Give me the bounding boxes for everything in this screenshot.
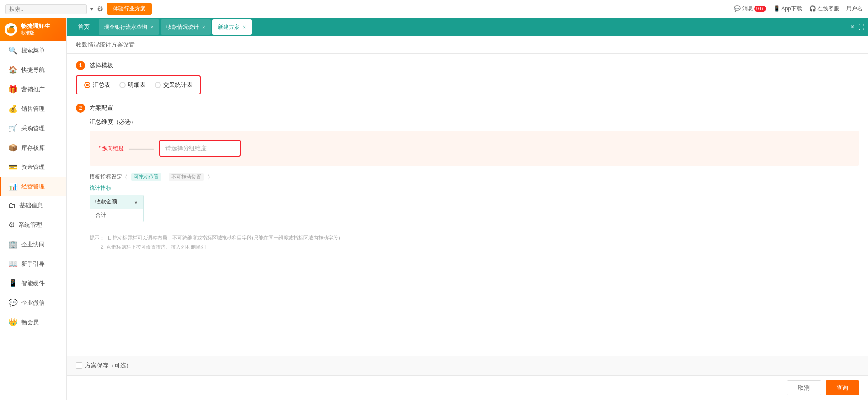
tip-area: 提示： 1. 拖动标题栏可以调整布局，不可跨维度或指标区域拖动栏目字段(只能在同… [90, 229, 859, 256]
radio-summary[interactable]: 汇总表 [84, 81, 110, 89]
dimension-wrapper: 汇总维度（必选） * 纵向维度 ——— 请选择分组维度 [90, 118, 859, 256]
logo-icon: 🍊 [5, 23, 17, 36]
footer-bar: 取消 查询 [67, 375, 868, 400]
sidebar-label-sales: 销售管理 [21, 105, 45, 113]
tip-text-1: 提示： 1. 拖动标题栏可以调整布局，不可跨维度或指标区域拖动栏目字段(只能在同… [90, 234, 859, 243]
sidebar-label-hardware: 智能硬件 [21, 279, 45, 287]
gear-icon[interactable]: ⚙ [97, 5, 103, 13]
radio-circle-detail [119, 82, 126, 88]
sidebar-label-marketing: 营销推广 [21, 85, 45, 94]
sidebar-label-nav: 快捷导航 [21, 66, 45, 74]
step2-title: 方案配置 [90, 104, 113, 112]
sidebar-item-management[interactable]: 📊 经营管理 [0, 177, 66, 196]
logo-text: 畅捷通好生 [21, 23, 50, 30]
sidebar-item-collab[interactable]: 🏢 企业协同 [0, 235, 66, 254]
sidebar-item-guide[interactable]: 📖 新手引导 [0, 254, 66, 273]
sidebar-label-purchase: 采购管理 [21, 124, 45, 132]
sidebar-logo: 🍊 畅捷通好生 标准版 [0, 18, 66, 41]
industry-btn[interactable]: 体验行业方案 [107, 3, 152, 15]
cancel-button[interactable]: 取消 [787, 380, 821, 395]
tab-cashflow[interactable]: 现金银行流水查询 × [99, 19, 159, 35]
tab-close-all[interactable]: × [850, 23, 854, 31]
step1-title: 选择模板 [90, 61, 113, 70]
dimension-select-box[interactable]: 请选择分组维度 [159, 140, 241, 157]
system-icon: ⚙ [9, 221, 15, 229]
search-icon: 🔍 [9, 46, 18, 55]
step1-section: 1 选择模板 汇总表 明细表 [76, 61, 859, 94]
user-name[interactable]: 用户名 [846, 5, 863, 13]
stats-header[interactable]: 收款金额 ∨ [90, 195, 143, 208]
sidebar-label-guide: 新手引导 [21, 260, 45, 268]
radio-detail[interactable]: 明细表 [119, 81, 146, 89]
dimension-area: * 纵向维度 ——— 请选择分组维度 [90, 131, 859, 166]
inventory-icon: 📦 [9, 143, 18, 152]
service-link[interactable]: 🎧 在线客服 [809, 5, 839, 13]
stats-label: 统计指标 [90, 184, 859, 192]
sidebar-item-basic[interactable]: 🗂 基础信息 [0, 196, 66, 215]
sidebar-label-basic: 基础信息 [19, 202, 43, 210]
radio-cross[interactable]: 交叉统计表 [155, 81, 193, 89]
tab-receipt[interactable]: 收款情况统计 × [161, 19, 211, 35]
hardware-icon: 📱 [9, 279, 18, 287]
step1-num: 1 [76, 61, 85, 70]
stats-row: 合计 [90, 208, 143, 222]
page-header: 收款情况统计方案设置 [67, 36, 868, 54]
tab-home[interactable]: 首页 [71, 18, 97, 36]
step2-section: 2 方案配置 汇总维度（必选） * 纵向维度 ——— 请选择分组维度 [76, 104, 859, 256]
search-input[interactable] [5, 4, 87, 14]
chevron-down-icon: ∨ [134, 199, 138, 205]
tab-close-new-plan[interactable]: × [242, 24, 246, 30]
tab-new-plan[interactable]: 新建方案 × [212, 19, 251, 35]
sidebar-nav: 🔍 搜索菜单 🏠 快捷导航 🎁 营销推广 💰 销售管理 🛒 采购管理 📦 [0, 41, 66, 400]
sidebar-item-sales[interactable]: 💰 销售管理 [0, 99, 66, 118]
dimension-placeholder: 请选择分组维度 [165, 145, 207, 151]
home-icon: 🏠 [9, 66, 18, 74]
step2-header: 2 方案配置 [76, 104, 859, 113]
tab-bar: 首页 现金银行流水查询 × 收款情况统计 × 新建方案 × × ⛶ [67, 18, 868, 36]
sidebar-item-purchase[interactable]: 🛒 采购管理 [0, 118, 66, 138]
sales-icon: 💰 [9, 104, 18, 113]
save-checkbox[interactable] [76, 362, 82, 369]
collab-icon: 🏢 [9, 240, 18, 249]
gift-icon: 🎁 [9, 85, 18, 94]
sidebar-item-wechat[interactable]: 💬 企业微信 [0, 293, 66, 312]
sidebar-item-hardware[interactable]: 📱 智能硬件 [0, 273, 66, 293]
sidebar: 🍊 畅捷通好生 标准版 🔍 搜索菜单 🏠 快捷导航 🎁 营销推广 💰 销售管理 [0, 18, 67, 400]
wechat-icon: 💬 [9, 298, 18, 307]
download-link[interactable]: 📱 App下载 [774, 5, 802, 13]
tab-maximize[interactable]: ⛶ [858, 24, 864, 31]
tab-close-receipt[interactable]: × [202, 24, 205, 30]
step1-header: 1 选择模板 [76, 61, 859, 70]
sidebar-label-wechat: 企业微信 [21, 299, 45, 307]
content-area: 首页 现金银行流水查询 × 收款情况统计 × 新建方案 × × ⛶ 收款情况统计… [67, 18, 868, 400]
sidebar-label-member: 畅会员 [21, 318, 39, 326]
page-content: 收款情况统计方案设置 1 选择模板 汇总表 [67, 36, 868, 375]
dimension-title: 汇总维度（必选） [90, 118, 859, 126]
sidebar-label-system: 系统管理 [19, 221, 42, 229]
sidebar-label-collab: 企业协同 [21, 240, 45, 249]
sidebar-item-search[interactable]: 🔍 搜索菜单 [0, 41, 66, 60]
query-button[interactable]: 查询 [826, 380, 859, 395]
guide-icon: 📖 [9, 259, 18, 268]
template-select-box: 汇总表 明细表 交叉统计表 [76, 75, 201, 94]
vertical-dimension-row: * 纵向维度 ——— 请选择分组维度 [99, 140, 850, 157]
sidebar-item-member[interactable]: 👑 畅会员 [0, 312, 66, 332]
message-link[interactable]: 💬 消息99+ [734, 5, 766, 13]
sidebar-label-finance: 资金管理 [21, 163, 45, 171]
sidebar-item-finance[interactable]: 💳 资金管理 [0, 157, 66, 177]
dropdown-arrow[interactable]: ▾ [90, 6, 93, 12]
tab-close-cashflow[interactable]: × [150, 24, 154, 30]
sidebar-item-system[interactable]: ⚙ 系统管理 [0, 215, 66, 235]
step2-num: 2 [76, 104, 85, 113]
sidebar-item-marketing[interactable]: 🎁 营销推广 [0, 80, 66, 99]
sidebar-item-nav[interactable]: 🏠 快捷导航 [0, 60, 66, 80]
save-checkbox-row: 方案保存（可选） [76, 362, 859, 370]
sidebar-label-management: 经营管理 [21, 183, 45, 191]
member-icon: 👑 [9, 318, 18, 326]
message-badge: 99+ [754, 6, 766, 12]
non-draggable-tag: 不可拖动位置 [169, 173, 204, 181]
draggable-tag: 可拖动位置 [131, 173, 161, 181]
tab-bar-right: × ⛶ [850, 23, 864, 31]
arrow-icon: ——— [129, 144, 154, 153]
sidebar-item-inventory[interactable]: 📦 库存核算 [0, 138, 66, 157]
